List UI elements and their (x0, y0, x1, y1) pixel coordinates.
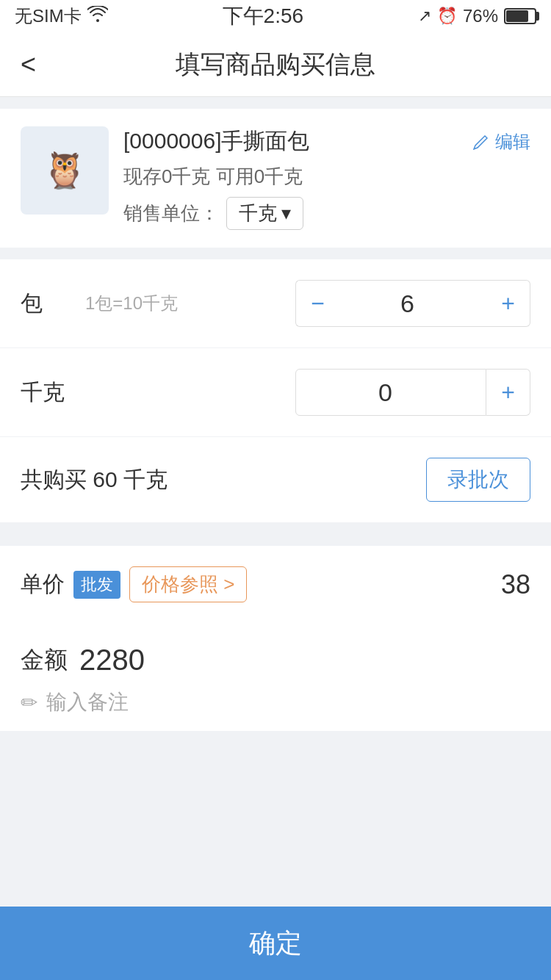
amount-value: 2280 (79, 644, 145, 677)
battery-icon (504, 8, 536, 24)
product-image: 🦉 (21, 126, 109, 215)
divider-1 (0, 248, 551, 259)
unit-dropdown[interactable]: 千克 ▾ (226, 197, 303, 230)
bao-quantity-control: − + (295, 280, 530, 327)
bao-sublabel: 1包=10千克 (85, 292, 295, 315)
summary-row: 共购买 60 千克 录批次 (0, 437, 551, 522)
product-stock: 现存0千克 可用0千克 (123, 164, 530, 190)
qianke-label: 千克 (21, 378, 79, 408)
batch-button[interactable]: 录批次 (426, 458, 530, 502)
batch-tag: 批发 (73, 571, 120, 599)
qianke-quantity-control: + (295, 369, 530, 416)
wifi-icon (87, 6, 108, 26)
bao-minus-button[interactable]: − (295, 280, 339, 327)
back-button[interactable]: < (21, 49, 36, 80)
product-card: 🦉 [0000006]手撕面包 编辑 现存0千克 可用0千克 销售单位： 千克 … (0, 109, 551, 248)
owl-logo-icon: 🦉 (43, 150, 87, 191)
nav-bar: < 填写商品购买信息 (0, 32, 551, 97)
edit-button[interactable]: 编辑 (473, 130, 530, 154)
bao-row: 包 1包=10千克 − + (0, 259, 551, 348)
input-section: 包 1包=10千克 − + 千克 + (0, 259, 551, 437)
product-info: [0000006]手撕面包 编辑 现存0千克 可用0千克 销售单位： 千克 ▾ (123, 126, 530, 230)
page-title: 填写商品购买信息 (176, 48, 375, 82)
price-section: 单价 批发 价格参照 > 38 (0, 546, 551, 623)
amount-label: 金额 (21, 644, 68, 677)
alarm-icon: ⏰ (437, 7, 457, 26)
summary-text: 共购买 60 千克 (21, 465, 168, 495)
location-icon: ↗ (418, 7, 431, 26)
status-left: 无SIM卡 (15, 4, 108, 28)
bao-label: 包 (21, 289, 79, 319)
price-ref-button[interactable]: 价格参照 > (129, 566, 247, 602)
carrier-text: 无SIM卡 (15, 4, 82, 28)
battery-percent: 76% (463, 6, 498, 26)
status-right: ↗ ⏰ 76% (418, 6, 536, 26)
remark-placeholder: 输入备注 (46, 688, 129, 716)
product-unit-row: 销售单位： 千克 ▾ (123, 197, 530, 230)
price-label: 单价 (21, 569, 65, 599)
product-header: [0000006]手撕面包 编辑 (123, 126, 530, 156)
remark-row[interactable]: ✏ 输入备注 (21, 688, 530, 716)
status-time: 下午2:56 (223, 2, 304, 30)
amount-section: 金额 2280 ✏ 输入备注 (0, 623, 551, 731)
chevron-down-icon: ▾ (281, 202, 291, 225)
qianke-plus-button[interactable]: + (486, 369, 530, 416)
status-bar: 无SIM卡 下午2:56 ↗ ⏰ 76% (0, 0, 551, 32)
pencil-icon: ✏ (21, 691, 37, 715)
price-left: 单价 批发 价格参照 > (21, 566, 247, 602)
confirm-button[interactable]: 确定 (0, 907, 551, 980)
price-value: 38 (501, 569, 530, 600)
qianke-input[interactable] (295, 369, 486, 416)
qianke-row: 千克 + (0, 348, 551, 437)
bao-input[interactable] (339, 280, 486, 327)
amount-row: 金额 2280 (21, 644, 530, 677)
divider-2 (0, 522, 551, 534)
product-name: [0000006]手撕面包 (123, 126, 309, 156)
bao-plus-button[interactable]: + (486, 280, 530, 327)
